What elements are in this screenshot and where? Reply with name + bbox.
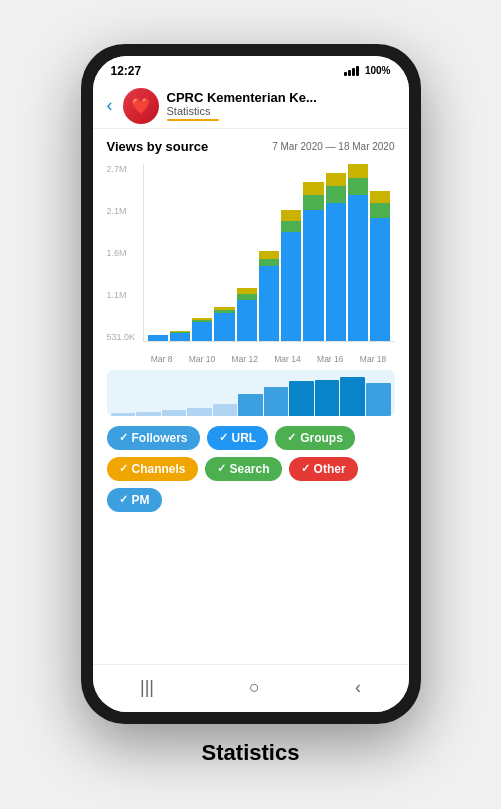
mini-bar-6: [264, 372, 289, 416]
x-label-0: Mar 8: [151, 354, 173, 364]
nav-bar: ||| ○ ‹: [93, 664, 409, 712]
back-button[interactable]: ‹: [105, 93, 115, 118]
bar-blue-3: [214, 313, 234, 341]
chip-groups[interactable]: ✓Groups: [275, 426, 355, 450]
bar-blue-10: [370, 218, 390, 341]
bar-group-7: [303, 164, 323, 341]
x-label-2: Mar 12: [231, 354, 257, 364]
mini-bar-7: [289, 372, 314, 416]
bar-blue-4: [237, 300, 257, 341]
bar-blue-1: [170, 333, 190, 340]
bar-yellow-9: [348, 164, 368, 179]
bar-blue-9: [348, 195, 368, 340]
bar-green-6: [281, 221, 301, 232]
y-label-2: 1.6M: [107, 248, 136, 258]
chip-pm[interactable]: ✓PM: [107, 488, 162, 512]
mini-bar-4: [213, 372, 238, 416]
bar-group-0: [148, 164, 168, 341]
chip-label-2: Groups: [300, 431, 343, 445]
y-label-3: 1.1M: [107, 290, 136, 300]
mini-chart: [107, 370, 395, 416]
chip-label-4: Search: [230, 462, 270, 476]
phone-frame: 12:27 100% ‹ ❤️ CPRC Kementerian Ke... S…: [81, 44, 421, 724]
chip-other[interactable]: ✓Other: [289, 457, 358, 481]
chip-check-icon-6: ✓: [119, 493, 128, 506]
mini-bar-2: [162, 372, 187, 416]
content-area: Views by source 7 Mar 2020 — 18 Mar 2020…: [93, 129, 409, 664]
chart-date-range: 7 Mar 2020 — 18 Mar 2020: [272, 141, 394, 152]
bar-blue-5: [259, 266, 279, 341]
mini-bar-3: [187, 372, 212, 416]
bar-blue-2: [192, 322, 212, 341]
bar-blue-6: [281, 232, 301, 340]
app-subtitle: Statistics: [167, 105, 397, 117]
bar-group-3: [214, 164, 234, 341]
chip-url[interactable]: ✓URL: [207, 426, 269, 450]
chip-search[interactable]: ✓Search: [205, 457, 282, 481]
chip-label-5: Other: [314, 462, 346, 476]
app-logo: ❤️: [123, 88, 159, 124]
nav-menu-button[interactable]: |||: [124, 673, 170, 702]
chart-bars: [143, 164, 395, 342]
chart-x-labels: Mar 8 Mar 10 Mar 12 Mar 14 Mar 16 Mar 18: [143, 354, 395, 364]
signal-icon: [344, 66, 359, 76]
y-label-4: 531.0K: [107, 332, 136, 342]
bar-green-8: [326, 186, 346, 203]
chip-check-icon-2: ✓: [287, 431, 296, 444]
bar-group-8: [326, 164, 346, 341]
x-label-4: Mar 16: [317, 354, 343, 364]
bar-blue-8: [326, 203, 346, 341]
bar-group-4: [237, 164, 257, 341]
chart-header: Views by source 7 Mar 2020 — 18 Mar 2020: [107, 139, 395, 154]
x-label-5: Mar 18: [360, 354, 386, 364]
app-title-area: CPRC Kementerian Ke... Statistics: [167, 90, 397, 122]
nav-back-button[interactable]: ‹: [339, 673, 377, 702]
x-label-1: Mar 10: [189, 354, 215, 364]
app-title: CPRC Kementerian Ke...: [167, 90, 397, 106]
status-icons: 100%: [344, 65, 391, 76]
chart-title: Views by source: [107, 139, 209, 154]
chip-check-icon-5: ✓: [301, 462, 310, 475]
app-bar: ‹ ❤️ CPRC Kementerian Ke... Statistics: [93, 82, 409, 129]
battery-percent: 100%: [365, 65, 391, 76]
chip-check-icon-1: ✓: [219, 431, 228, 444]
bar-yellow-10: [370, 191, 390, 202]
main-chart: 2.7M 2.1M 1.6M 1.1M 531.0K Mar 8 Mar 10 …: [107, 164, 395, 364]
bar-blue-0: [148, 335, 168, 341]
bar-yellow-5: [259, 251, 279, 258]
y-label-0: 2.7M: [107, 164, 136, 174]
status-bar: 12:27 100%: [93, 56, 409, 82]
app-logo-image: ❤️: [123, 88, 159, 124]
bar-green-9: [348, 178, 368, 195]
bar-group-2: [192, 164, 212, 341]
x-label-3: Mar 14: [274, 354, 300, 364]
mini-bar-10: [366, 372, 391, 416]
chip-label-0: Followers: [132, 431, 188, 445]
filter-chips: ✓Followers✓URL✓Groups✓Channels✓Search✓Ot…: [107, 426, 395, 512]
bar-group-5: [259, 164, 279, 341]
chip-check-icon-0: ✓: [119, 431, 128, 444]
bar-group-9: [348, 164, 368, 341]
bar-green-10: [370, 203, 390, 218]
chip-label-1: URL: [232, 431, 257, 445]
bar-yellow-8: [326, 173, 346, 186]
y-label-1: 2.1M: [107, 206, 136, 216]
page-label: Statistics: [202, 740, 300, 766]
bar-group-10: [370, 164, 390, 341]
chip-check-icon-3: ✓: [119, 462, 128, 475]
mini-bar-9: [340, 372, 365, 416]
chip-channels[interactable]: ✓Channels: [107, 457, 198, 481]
mini-bar-5: [238, 372, 263, 416]
bar-green-7: [303, 195, 323, 210]
mini-bar-0: [111, 372, 136, 416]
chip-label-6: PM: [132, 493, 150, 507]
bar-yellow-7: [303, 182, 323, 195]
mini-bar-8: [315, 372, 340, 416]
status-time: 12:27: [111, 64, 142, 78]
mini-bar-1: [136, 372, 161, 416]
nav-home-button[interactable]: ○: [233, 673, 276, 702]
bar-group-6: [281, 164, 301, 341]
chip-followers[interactable]: ✓Followers: [107, 426, 200, 450]
chip-check-icon-4: ✓: [217, 462, 226, 475]
phone-screen: 12:27 100% ‹ ❤️ CPRC Kementerian Ke... S…: [93, 56, 409, 712]
